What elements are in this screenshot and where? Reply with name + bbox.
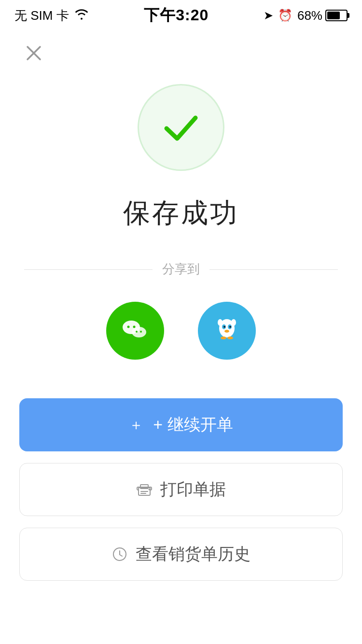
svg-rect-19 xyxy=(140,491,148,492)
success-icon-circle xyxy=(138,84,224,171)
svg-point-4 xyxy=(127,326,130,328)
location-icon: ➤ xyxy=(264,9,273,22)
print-label: 打印单据 xyxy=(160,478,226,501)
svg-point-15 xyxy=(224,330,229,333)
history-label: 查看销货单历史 xyxy=(136,543,251,565)
continue-button[interactable]: ＋ + 继续开单 xyxy=(19,398,343,451)
share-divider: 分享到 xyxy=(0,261,362,278)
plus-icon: ＋ xyxy=(129,415,143,435)
share-icons xyxy=(0,302,362,360)
wechat-icon xyxy=(118,314,152,348)
svg-rect-20 xyxy=(140,493,146,494)
wifi-icon xyxy=(74,8,89,23)
svg-point-7 xyxy=(140,331,142,333)
battery-fill xyxy=(327,12,340,19)
status-bar: 无 SIM 卡 下午3:20 ➤ ⏰ 68% xyxy=(0,0,362,31)
main-content: 保存成功 分享到 xyxy=(0,31,362,581)
svg-point-16 xyxy=(221,336,226,339)
print-button[interactable]: 打印单据 xyxy=(19,463,343,516)
continue-label: + 继续开单 xyxy=(153,414,233,436)
share-section: 分享到 xyxy=(0,261,362,360)
status-left: 无 SIM 卡 xyxy=(14,7,89,24)
svg-point-3 xyxy=(132,327,146,337)
close-button[interactable] xyxy=(19,39,48,68)
status-right: ➤ ⏰ 68% xyxy=(264,8,348,23)
qq-icon xyxy=(210,314,244,348)
time-display: 下午3:20 xyxy=(144,5,209,26)
qq-share-button[interactable] xyxy=(198,302,256,360)
alarm-icon: ⏰ xyxy=(278,9,292,22)
checkmark-icon xyxy=(159,106,203,149)
clock-icon xyxy=(111,546,128,562)
svg-point-5 xyxy=(133,326,136,328)
history-button[interactable]: 查看销货单历史 xyxy=(19,528,343,581)
svg-point-22 xyxy=(149,489,150,490)
share-label: 分享到 xyxy=(153,261,209,278)
svg-point-13 xyxy=(223,326,225,328)
svg-point-6 xyxy=(136,331,138,333)
carrier-text: 无 SIM 卡 xyxy=(14,7,69,24)
wechat-share-button[interactable] xyxy=(106,302,164,360)
svg-point-14 xyxy=(229,326,231,328)
battery-indicator: 68% xyxy=(297,8,348,23)
svg-point-9 xyxy=(218,319,223,326)
svg-point-10 xyxy=(231,319,236,326)
battery-icon xyxy=(325,10,348,21)
battery-percent: 68% xyxy=(297,8,322,23)
success-title: 保存成功 xyxy=(123,195,239,232)
action-buttons: ＋ + 继续开单 打印单据 xyxy=(0,398,362,581)
svg-point-17 xyxy=(227,336,233,339)
printer-icon xyxy=(136,481,153,498)
